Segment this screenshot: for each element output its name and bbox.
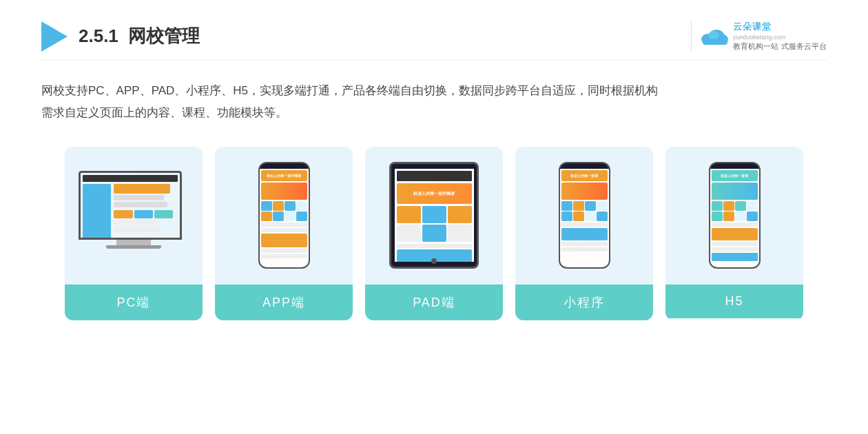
svg-rect-3 <box>703 39 727 45</box>
pad-mockup: 轻进人的第一堂冈继课 <box>389 162 479 269</box>
description-line2: 需求自定义页面上的内容、课程、功能模块等。 <box>41 102 827 124</box>
header-left: 2.5.1 网校管理 <box>41 21 200 52</box>
card-pad-label: PAD端 <box>365 285 503 320</box>
page-title: 2.5.1 网校管理 <box>79 24 200 48</box>
phone-mockup-h5: 轻进人的第一堂课 <box>709 162 761 269</box>
brand-taglines: 教育机构一站 式服务云平台 <box>733 41 827 52</box>
pc-mockup <box>79 171 189 260</box>
phone-mockup-miniapp: 轻进人的第一堂课 <box>559 162 610 269</box>
card-pad-image: 轻进人的第一堂冈继课 <box>365 147 503 285</box>
pc-screen <box>79 171 182 240</box>
card-miniapp-image: 轻进人的第一堂课 <box>515 147 653 285</box>
logo-triangle-icon <box>41 21 68 52</box>
card-app: 轻松人的第一堂冈继课 <box>215 147 353 320</box>
header: 2.5.1 网校管理 云朵课堂 yunduoketang.com 教 <box>41 21 827 61</box>
description-line1: 网校支持PC、APP、PAD、小程序、H5，实现多端打通，产品各终端自由切换，数… <box>41 80 827 102</box>
section-number: 2.5.1 <box>79 25 118 46</box>
card-h5: 轻进人的第一堂课 <box>665 147 803 320</box>
title-bold: 网校管理 <box>128 25 200 46</box>
phone-screen-app: 轻松人的第一堂冈继课 <box>260 169 309 267</box>
card-pc-image <box>65 147 203 285</box>
card-miniapp: 轻进人的第一堂课 <box>515 147 653 320</box>
brand-cloud-icon <box>699 24 729 49</box>
card-app-label: APP端 <box>215 285 353 320</box>
card-h5-image: 轻进人的第一堂课 <box>665 147 803 285</box>
card-miniapp-label: 小程序 <box>515 285 653 320</box>
page: 2.5.1 网校管理 云朵课堂 yunduoketang.com 教 <box>0 0 868 434</box>
brand-tagline1: 教育机构一站 <box>733 41 778 52</box>
phone-notch-mini <box>574 165 595 169</box>
phone-screen-h5: 轻进人的第一堂课 <box>710 169 759 267</box>
pad-screen: 轻进人的第一堂冈继课 <box>395 169 474 262</box>
phone-mockup-app: 轻松人的第一堂冈继课 <box>258 162 310 269</box>
brand-logo: 云朵课堂 yunduoketang.com 教育机构一站 式服务云平台 <box>691 21 827 52</box>
brand-text: 云朵课堂 yunduoketang.com 教育机构一站 式服务云平台 <box>733 21 827 52</box>
card-h5-label: H5 <box>665 285 803 318</box>
card-pad: 轻进人的第一堂冈继课 <box>365 147 503 320</box>
description-text: 网校支持PC、APP、PAD、小程序、H5，实现多端打通，产品各终端自由切换，数… <box>41 80 827 125</box>
card-pc: PC端 <box>65 147 203 320</box>
phone-screen-miniapp: 轻进人的第一堂课 <box>560 169 609 267</box>
phone-notch-h5 <box>724 165 745 169</box>
brand-url: yunduoketang.com <box>733 34 827 41</box>
svg-point-4 <box>708 31 719 39</box>
phone-notch <box>273 165 294 169</box>
cards-container: PC端 轻松人的第一堂冈继课 <box>41 147 827 320</box>
card-app-image: 轻松人的第一堂冈继课 <box>215 147 353 285</box>
card-pc-label: PC端 <box>65 285 203 320</box>
brand-tagline2: 式服务云平台 <box>781 41 827 52</box>
brand-name: 云朵课堂 <box>733 21 827 33</box>
